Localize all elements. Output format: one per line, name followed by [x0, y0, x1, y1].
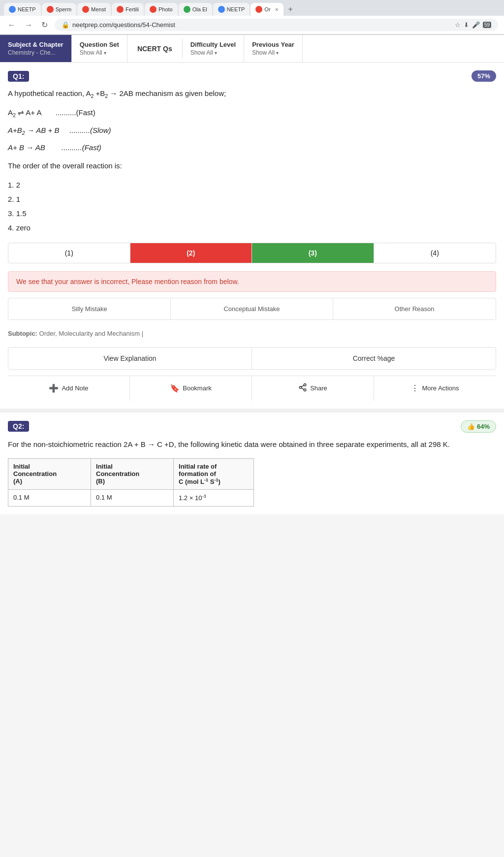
difficulty-sub: Show All ▾: [190, 49, 236, 56]
bookmark-icon: 🔖: [170, 383, 180, 393]
step-1: A2 ⇌ A+ A ..........(Fast): [8, 106, 496, 120]
tab-ola[interactable]: Ola El: [179, 3, 212, 16]
cell-conc-b-1: 0.1 M: [91, 490, 174, 506]
add-note-icon: ➕: [49, 383, 59, 393]
options-list: 1. 2 2. 1 3. 1.5 4. zero: [8, 178, 496, 235]
star-icon[interactable]: ☆: [455, 21, 461, 29]
answer-choice-4[interactable]: (4): [374, 243, 496, 263]
explanation-action-row: View Explanation Correct %age: [8, 347, 496, 370]
tab-photo[interactable]: Photo: [145, 3, 178, 16]
answer-choice-3-correct[interactable]: (3): [252, 243, 374, 263]
question-conclusion: The order of the overall reaction is:: [8, 160, 496, 172]
url-text: neetprep.com/questions/54-Chemist: [72, 21, 452, 29]
cell-rate-1: 1.2 × 10-3: [174, 490, 254, 506]
view-explanation-button[interactable]: View Explanation: [8, 348, 252, 369]
question-set-label: Question Set: [80, 41, 119, 48]
col-header-conc-b: InitialConcentration(B): [91, 458, 174, 489]
tab-count-badge: 59: [483, 22, 491, 28]
reason-silly-mistake[interactable]: Silly Mistake: [8, 298, 171, 319]
subject-chapter-label: Subject & Chapter: [8, 41, 63, 48]
table-header-row: InitialConcentration(A) InitialConcentra…: [8, 458, 254, 489]
answer-choice-2-incorrect[interactable]: (2): [130, 243, 252, 263]
back-button[interactable]: ←: [6, 20, 18, 31]
question-2-card: Q2: 👍 64% For the non-stoichiometric rea…: [0, 413, 504, 514]
tab-menst[interactable]: Menst: [77, 3, 111, 16]
lock-icon: 🔒: [62, 21, 69, 29]
answer-choice-1[interactable]: (1): [8, 243, 130, 263]
share-icon: [298, 383, 307, 394]
reason-other[interactable]: Other Reason: [333, 298, 496, 319]
question-1-header: Q1: 57%: [8, 70, 496, 82]
question-2-score: 👍 64%: [461, 420, 496, 433]
forward-button[interactable]: →: [23, 20, 34, 31]
reason-conceptual-mistake[interactable]: Conceptual Mistake: [171, 298, 333, 319]
tab-fertili[interactable]: Fertili: [112, 3, 144, 16]
tab-bar: NEETP Sperm Menst Fertili Photo Ola El N…: [0, 0, 504, 16]
tab-or-active[interactable]: Or ✕: [251, 3, 283, 16]
question-2-text: For the non-stoichiometric reaction 2A +…: [8, 439, 496, 450]
answer-bar: (1) (2) (3) (4): [8, 243, 496, 263]
col-header-rate: Initial rate offormation ofC (mol L-1 S-…: [174, 458, 254, 489]
filter-subject-chapter[interactable]: Subject & Chapter Chemistry - Che...: [0, 35, 72, 62]
q2-score-text: 64%: [477, 423, 490, 430]
previous-year-sub: Show All ▾: [252, 49, 294, 56]
bookmark-button[interactable]: 🔖 Bookmark: [130, 376, 252, 401]
chevron-down-icon-3: ▾: [276, 50, 279, 56]
option-4[interactable]: 4. zero: [8, 221, 496, 235]
filter-bar: Subject & Chapter Chemistry - Che... Que…: [0, 35, 504, 63]
chevron-down-icon-2: ▾: [215, 50, 217, 56]
new-tab-button[interactable]: +: [284, 3, 297, 16]
subject-chapter-sub: Chemistry - Che...: [8, 49, 63, 56]
tab-sperm[interactable]: Sperm: [42, 3, 76, 16]
subtopic: Subtopic: Order, Molecularity and Mechan…: [8, 326, 496, 341]
col-header-conc-a: InitialConcentration(A): [8, 458, 91, 489]
step-3: A+ B → AB ..........(Fast): [8, 141, 496, 154]
url-box[interactable]: 🔒 neetprep.com/questions/54-Chemist ☆ ⬇ …: [55, 19, 498, 31]
filter-question-set[interactable]: Question Set Show All ▾: [72, 35, 127, 62]
filter-difficulty[interactable]: Difficulty Level Show All ▾: [183, 35, 244, 62]
download-icon[interactable]: ⬇: [464, 21, 469, 29]
question-1-text: A hypothetical reaction, A2 +B2 → 2AB me…: [8, 88, 496, 100]
cell-conc-a-1: 0.1 M: [8, 490, 91, 506]
step-2: A+B2 → AB + B ..........(Slow): [8, 124, 496, 138]
add-note-button[interactable]: ➕ Add Note: [8, 376, 130, 401]
browser-chrome: NEETP Sperm Menst Fertili Photo Ola El N…: [0, 0, 504, 35]
tab-neetp-1[interactable]: NEETP: [4, 3, 41, 16]
tab-neetp-2[interactable]: NEETP: [213, 3, 250, 16]
filter-previous-year[interactable]: Previous Year Show All ▾: [244, 35, 303, 62]
address-bar: ← → ↻ 🔒 neetprep.com/questions/54-Chemis…: [0, 16, 504, 34]
mic-icon[interactable]: 🎤: [472, 21, 480, 29]
question-1-card: Q1: 57% A hypothetical reaction, A2 +B2 …: [0, 63, 504, 413]
more-actions-icon: ⋮: [411, 383, 419, 393]
question-2-header: Q2: 👍 64%: [8, 420, 496, 433]
question-2-number: Q2:: [8, 421, 29, 432]
correct-percentage-button[interactable]: Correct %age: [252, 348, 496, 369]
mistake-reasons: Silly Mistake Conceptual Mistake Other R…: [8, 298, 496, 320]
refresh-button[interactable]: ↻: [39, 19, 50, 31]
difficulty-label: Difficulty Level: [190, 41, 236, 48]
error-notice: We see that your answer is incorrect, Pl…: [8, 271, 496, 292]
svg-line-3: [302, 388, 304, 389]
tab-close-icon[interactable]: ✕: [275, 7, 279, 12]
bottom-actions: ➕ Add Note 🔖 Bookmark Share ⋮ More Actio…: [8, 376, 496, 401]
question-1-score: 57%: [472, 70, 496, 82]
svg-line-4: [302, 385, 304, 387]
option-3[interactable]: 3. 1.5: [8, 206, 496, 221]
table-row: 0.1 M 0.1 M 1.2 × 10-3: [8, 490, 254, 506]
share-button[interactable]: Share: [252, 376, 374, 401]
more-actions-button[interactable]: ⋮ More Actions: [374, 376, 496, 401]
question-set-sub: Show All ▾: [80, 49, 119, 56]
previous-year-label: Previous Year: [252, 41, 294, 48]
question-1-number: Q1:: [8, 71, 29, 82]
option-1[interactable]: 1. 2: [8, 178, 496, 192]
option-2[interactable]: 2. 1: [8, 192, 496, 206]
ncert-button[interactable]: NCERT Qs: [127, 39, 183, 59]
kinetic-data-table: InitialConcentration(A) InitialConcentra…: [8, 458, 254, 507]
chevron-down-icon: ▾: [104, 50, 106, 56]
